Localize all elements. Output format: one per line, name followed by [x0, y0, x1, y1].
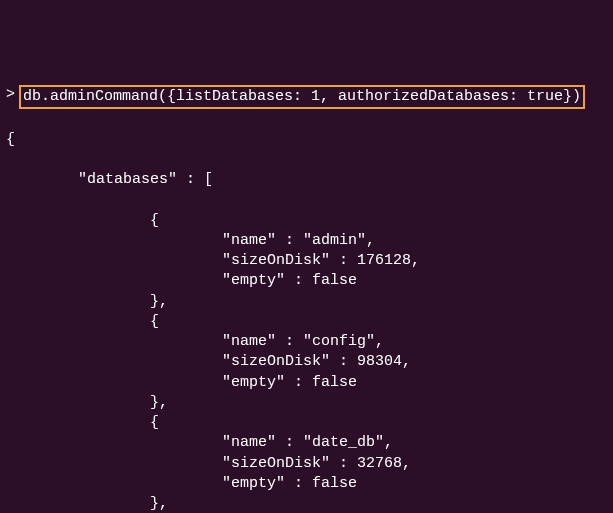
output-line: "sizeOnDisk" : 98304, — [6, 352, 607, 372]
output-line: }, — [6, 393, 607, 413]
command-text[interactable]: db.adminCommand({listDatabases: 1, autho… — [23, 88, 581, 105]
output-open-brace: { — [6, 130, 607, 150]
output-line: { — [6, 312, 607, 332]
output-line: "name" : "admin", — [6, 231, 607, 251]
output-line: "empty" : false — [6, 271, 607, 291]
output-line: { — [6, 211, 607, 231]
output-line: { — [6, 413, 607, 433]
output-entries-container: { "name" : "admin", "sizeOnDisk" : 17612… — [6, 211, 607, 514]
command-highlight-box: db.adminCommand({listDatabases: 1, autho… — [19, 85, 585, 109]
output-line: "name" : "config", — [6, 332, 607, 352]
output-line: "empty" : false — [6, 373, 607, 393]
output-line: "sizeOnDisk" : 32768, — [6, 454, 607, 474]
prompt-symbol: > — [6, 85, 15, 105]
output-line: "sizeOnDisk" : 176128, — [6, 251, 607, 271]
output-line: }, — [6, 292, 607, 312]
output-line: "name" : "date_db", — [6, 433, 607, 453]
output-databases-key: "databases" : [ — [6, 170, 607, 190]
output-line: }, — [6, 494, 607, 513]
command-prompt-line: > db.adminCommand({listDatabases: 1, aut… — [6, 85, 607, 109]
output-line: "empty" : false — [6, 474, 607, 494]
